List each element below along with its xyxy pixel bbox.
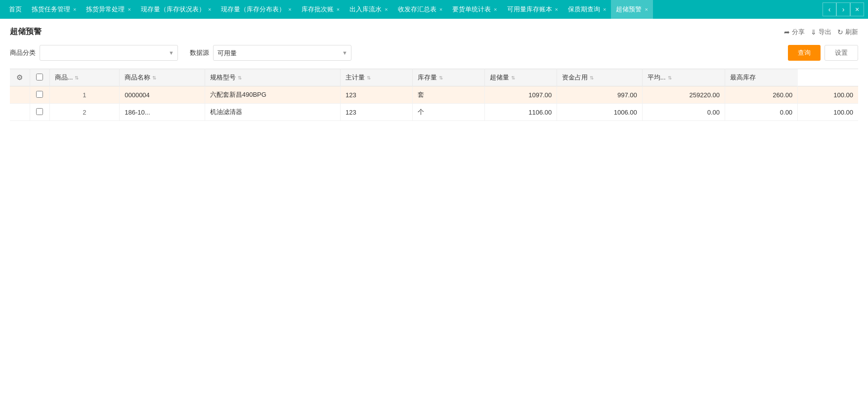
row-checkbox[interactable] <box>36 108 43 115</box>
data-table: ⚙ 商品...⇅ 商品名称⇅ 规格型号⇅ 主计量⇅ 库存量⇅ <box>10 69 858 121</box>
row-check-cell <box>30 104 49 121</box>
nav-arrow-group: ‹ › × <box>823 2 864 16</box>
tab-close-icon[interactable]: × <box>337 6 340 12</box>
nav-prev-button[interactable]: ‹ <box>823 2 836 16</box>
col-inventory-header[interactable]: 库存量⇅ <box>413 69 485 86</box>
row-index-cell: 2 <box>49 104 120 121</box>
tab-overstock[interactable]: 超储预警 × <box>611 0 652 19</box>
tab-label: 现存量（库存分布表） <box>221 5 285 14</box>
tab-label: 保质期查询 <box>568 5 600 14</box>
col-capital-header[interactable]: 资金占用⇅ <box>557 69 642 86</box>
tab-close-icon[interactable]: × <box>288 6 291 12</box>
tab-order-stat[interactable]: 要货单统计表 × <box>447 0 502 19</box>
tab-label: 现存量（库存状况表） <box>141 5 205 14</box>
col-check-header <box>30 69 49 86</box>
col-maxstock-header[interactable]: 最高库存 <box>725 69 798 86</box>
page-title: 超储预警 <box>10 27 42 37</box>
select-all-checkbox[interactable] <box>36 74 43 80</box>
datasource-select-wrap: 可用量 库存量 ▼ <box>213 45 351 61</box>
tab-label: 可用量库存账本 <box>507 5 552 14</box>
query-button[interactable]: 查询 <box>788 45 821 61</box>
category-select-wrap: ▼ <box>40 45 178 61</box>
tab-close-icon[interactable]: × <box>645 6 648 12</box>
tab-collect-abnormal[interactable]: 拣货异常处理 × <box>81 0 135 19</box>
row-unit-cell: 个 <box>413 104 485 121</box>
tab-close-icon[interactable]: × <box>603 6 606 12</box>
row-avg-cell: 0.00 <box>725 104 798 121</box>
nav-close-all-button[interactable]: × <box>850 2 864 16</box>
tab-label: 拣货任务管理 <box>32 5 70 14</box>
share-button[interactable]: ➦ 分享 <box>784 28 805 37</box>
tab-label: 库存批次账 <box>302 5 334 14</box>
row-product-name-cell: 机油滤清器 <box>205 104 340 121</box>
row-product-code-cell: 0000004 <box>120 86 205 104</box>
export-button[interactable]: ⇓ 导出 <box>811 28 831 37</box>
row-inventory-cell: 1097.00 <box>485 86 557 104</box>
sort-icon: ⇅ <box>238 75 242 80</box>
table-row: 1 0000004 六配套新昌490BPG 123 套 1097.00 997.… <box>10 86 858 104</box>
settings-button[interactable]: 设置 <box>825 45 858 61</box>
tab-label: 出入库流水 <box>349 5 382 14</box>
row-settings-cell <box>10 104 30 121</box>
tab-shelf-life[interactable]: 保质期查询 × <box>563 0 611 19</box>
action-button-group: 查询 设置 <box>788 45 858 61</box>
col-unit-header[interactable]: 主计量⇅ <box>340 69 412 86</box>
tab-collect-summary[interactable]: 收发存汇总表 × <box>393 0 447 19</box>
tab-inventory-status[interactable]: 现存量（库存状况表） × <box>136 0 216 19</box>
col-avg-header[interactable]: 平均...⇅ <box>642 69 725 86</box>
row-overstock-cell: 1006.00 <box>557 104 642 121</box>
export-label: 导出 <box>819 28 831 37</box>
nav-home[interactable]: 首页 <box>4 0 27 19</box>
nav-home-label: 首页 <box>9 5 22 14</box>
category-label: 商品分类 <box>10 48 36 57</box>
tab-inout-flow[interactable]: 出入库流水 × <box>345 0 392 19</box>
tab-close-icon[interactable]: × <box>128 6 130 12</box>
tab-close-icon[interactable]: × <box>385 6 388 12</box>
tab-close-icon[interactable]: × <box>494 6 497 12</box>
row-maxstock-cell: 100.00 <box>798 86 858 104</box>
title-actions: ➦ 分享 ⇓ 导出 ↻ 刷新 <box>784 28 858 37</box>
row-product-name-cell: 六配套新昌490BPG <box>205 86 340 104</box>
row-spec-cell: 123 <box>340 86 412 104</box>
tab-available-account[interactable]: 可用量库存账本 × <box>502 0 563 19</box>
tab-close-icon[interactable]: × <box>208 6 211 12</box>
row-check-cell <box>30 86 49 104</box>
sort-icon: ⇅ <box>511 75 515 80</box>
tab-batch-account[interactable]: 库存批次账 × <box>297 0 345 19</box>
col-spec-header[interactable]: 规格型号⇅ <box>205 69 340 86</box>
col-product-code-header[interactable]: 商品...⇅ <box>49 69 120 86</box>
sort-icon: ⇅ <box>439 75 443 80</box>
page-title-row: 超储预警 ➦ 分享 ⇓ 导出 ↻ 刷新 <box>10 27 858 37</box>
refresh-label: 刷新 <box>845 28 858 37</box>
table-row: 2 186-10... 机油滤清器 123 个 1106.00 1006.00 … <box>10 104 858 121</box>
tab-label: 要货单统计表 <box>452 5 491 14</box>
col-product-name-header[interactable]: 商品名称⇅ <box>120 69 205 86</box>
tab-label: 拣货异常处理 <box>86 5 125 14</box>
refresh-icon: ↻ <box>837 28 843 36</box>
tab-close-icon[interactable]: × <box>439 6 442 12</box>
top-navigation: 首页 拣货任务管理 × 拣货异常处理 × 现存量（库存状况表） × 现存量（库存… <box>0 0 868 19</box>
col-overstock-header[interactable]: 超储量⇅ <box>485 69 557 86</box>
tab-close-icon[interactable]: × <box>555 6 558 12</box>
tab-close-icon[interactable]: × <box>73 6 76 12</box>
table-header-row: ⚙ 商品...⇅ 商品名称⇅ 规格型号⇅ 主计量⇅ 库存量⇅ <box>10 69 858 86</box>
share-icon: ➦ <box>784 28 790 36</box>
row-capital-cell: 259220.00 <box>642 86 725 104</box>
table-body: 1 0000004 六配套新昌490BPG 123 套 1097.00 997.… <box>10 86 858 121</box>
row-avg-cell: 260.00 <box>725 86 798 104</box>
sort-icon: ⇅ <box>152 75 156 80</box>
row-product-code-cell: 186-10... <box>120 104 205 121</box>
refresh-button[interactable]: ↻ 刷新 <box>837 28 858 37</box>
row-maxstock-cell: 100.00 <box>798 104 858 121</box>
sort-icon: ⇅ <box>367 75 371 80</box>
category-select[interactable] <box>40 45 178 61</box>
tab-inventory-dist[interactable]: 现存量（库存分布表） × <box>216 0 296 19</box>
settings-icon[interactable]: ⚙ <box>16 73 23 81</box>
row-checkbox[interactable] <box>36 91 43 98</box>
tab-collect-task[interactable]: 拣货任务管理 × <box>27 0 81 19</box>
nav-next-button[interactable]: › <box>836 2 850 16</box>
datasource-select[interactable]: 可用量 库存量 <box>213 45 351 61</box>
datasource-label: 数据源 <box>190 48 209 57</box>
category-filter: 商品分类 ▼ <box>10 45 178 61</box>
export-icon: ⇓ <box>811 28 817 36</box>
